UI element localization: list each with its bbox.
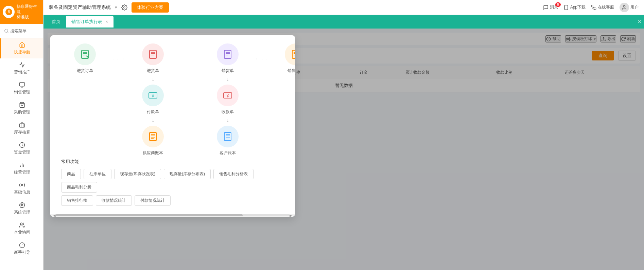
purchase-bill-label: 进货单 [147,68,159,74]
sidebar-item-operations[interactable]: 经营管理 [0,159,43,179]
search-menu-button[interactable]: 搜索菜单 [3,27,40,35]
message-icon [543,5,549,10]
scrollbar-left-arrow[interactable]: ◀ [53,214,56,217]
flow-node-customer-ledger[interactable]: 客户账本 [217,126,239,156]
try-solution-button[interactable]: 体验行业方案 [132,2,169,13]
sidebar-item-purchase[interactable]: 采购管理 [0,98,43,119]
scrollbar-thumb[interactable] [56,214,243,216]
sidebar-item-sales[interactable]: 销售管理 [0,78,43,98]
svg-text:¥: ¥ [226,94,229,98]
supplier-ledger-icon [147,131,158,142]
flow-node-receipt-bill[interactable]: ¥ 收款单 [217,85,239,115]
guide-icon [19,242,25,248]
common-functions-section: 常用功能 商品 往来单位 现存量(库存状况表) 现存量(库存分布表) 销售毛利分… [61,159,284,206]
svg-point-14 [20,223,22,225]
marketing-icon [19,62,25,68]
scrollbar-right-arrow[interactable]: ▶ [290,214,292,217]
payment-bill-circle: ¥ [142,85,164,106]
receipt-bill-circle: ¥ [217,85,239,106]
sidebar-item-finance[interactable]: 资金管理 [0,139,43,159]
payment-bill-label: 付款单 [147,109,159,115]
svg-text:¥: ¥ [152,94,154,98]
sales-bill-icon [222,49,233,60]
func-btn-sales-profit[interactable]: 销售毛利分析表 [213,169,254,179]
sidebar-item-guide[interactable]: 新手引导 [0,239,43,259]
func-btn-sales-rank[interactable]: 销售排行榜 [61,195,93,206]
topbar-dropdown-arrow[interactable]: ▾ [115,5,117,10]
sales-icon [19,82,25,88]
purchase-bill-icon [147,49,158,60]
user-label: 用户 [630,4,639,10]
online-service-action[interactable]: 在线客服 [591,4,614,10]
sidebar-label-cooperation: 企业协同 [14,230,30,235]
sidebar-item-base-info[interactable]: 基础信息 [0,179,43,199]
tab-home[interactable]: 首页 [46,16,66,28]
svg-text:6: 6 [7,10,10,14]
online-service-label: 在线客服 [598,4,614,10]
page-content: 帮助 按模板打印 ▾ 导出 刷新 yyyy-m [43,29,644,270]
arrow-down-receipt: ↓ [226,118,229,123]
receipt-bill-icon: ¥ [222,90,233,101]
sidebar-item-cooperation[interactable]: 企业协同 [0,219,43,239]
user-icon [622,5,627,10]
tab-sales-order[interactable]: 销售订单执行表 × [66,16,114,28]
sidebar-item-quick-nav[interactable]: 快捷导航 [0,38,43,58]
sidebar-search-area: 搜索菜单 [0,24,43,38]
overlay[interactable]: 进货订单 - - → 进货单 [43,29,644,270]
sidebar-label-sales: 销售管理 [14,89,30,95]
flow-node-payment-bill[interactable]: ¥ 付款单 [142,85,164,115]
sidebar-item-marketing[interactable]: 营销推广 [0,58,43,78]
tabs-close-all-button[interactable]: × [638,19,641,25]
message-action[interactable]: 消息 6 [543,4,558,10]
system-icon [19,202,25,208]
customer-ledger-label: 客户账本 [220,150,236,156]
arrow-purchase-to-bill: - - → [113,56,125,61]
sidebar-item-system[interactable]: 系统管理 [0,199,43,219]
common-functions-title: 常用功能 [61,159,284,165]
sidebar-logo: 6 畅康通好生意 标准版 [0,0,43,24]
topbar-actions: 消息 6 App下载 在线客服 用户 [543,3,639,12]
service-icon [591,5,596,10]
sales-order-icon [290,49,295,60]
func-btn-expense-stats[interactable]: 付款情况统计 [135,195,171,206]
flow-node-purchase-order[interactable]: 进货订单 [74,43,96,74]
sales-bill-label: 销货单 [222,68,234,74]
flow-node-sales-bill[interactable]: 销货单 [217,43,239,74]
flow-node-supplier-ledger[interactable]: 供应商账本 [142,126,164,156]
svg-point-21 [623,5,625,7]
sidebar-label-inventory: 库存核算 [14,129,30,135]
main-content: 装备及固定资产辅助管理系统 ▾ 体验行业方案 消息 6 App下载 在线客服 [43,0,644,270]
sidebar-label-base-info: 基础信息 [14,190,30,195]
purchase-icon [19,102,25,108]
popup-scrollbar[interactable]: ◀ ▶ [50,214,295,217]
svg-rect-3 [20,83,25,86]
sidebar-item-inventory[interactable]: 库存核算 [0,119,43,139]
user-action[interactable]: 用户 [620,3,639,12]
app-download-action[interactable]: App下载 [563,4,586,10]
operations-icon [19,162,25,168]
logo-text: 畅康通好生意 标准版 [17,4,40,20]
svg-point-12 [21,184,23,186]
arrow-down-sales-bill: ↓ [226,76,229,82]
base-info-icon [19,182,25,188]
sidebar-label-operations: 经营管理 [14,169,30,175]
logo-icon: 6 [3,6,15,18]
download-icon [563,5,569,10]
func-btn-goods-profit[interactable]: 商品毛利分析 [61,182,97,193]
func-btn-payment-stats[interactable]: 收款情况统计 [96,195,132,206]
settings-icon[interactable] [121,4,127,11]
func-btn-partners[interactable]: 往来单位 [84,169,111,179]
finance-icon [19,142,25,148]
flow-node-sales-order[interactable]: 销售订单 [285,43,295,74]
supplier-ledger-circle [142,126,164,147]
func-btn-inventory-dist[interactable]: 现存量(库存分布表) [164,169,211,179]
purchase-order-label: 进货订单 [77,68,93,74]
func-btn-inventory-status[interactable]: 现存量(库存状况表) [114,169,161,179]
sidebar-label-guide: 新手引导 [14,250,30,255]
func-btn-goods[interactable]: 商品 [61,169,81,179]
flow-node-purchase-bill[interactable]: 进货单 [142,43,164,74]
popup-body: 进货订单 - - → 进货单 [50,35,295,214]
topbar: 装备及固定资产辅助管理系统 ▾ 体验行业方案 消息 6 App下载 在线客服 [43,0,644,15]
sidebar-label-system: 系统管理 [14,210,30,215]
tab-close-icon[interactable]: × [106,19,108,24]
